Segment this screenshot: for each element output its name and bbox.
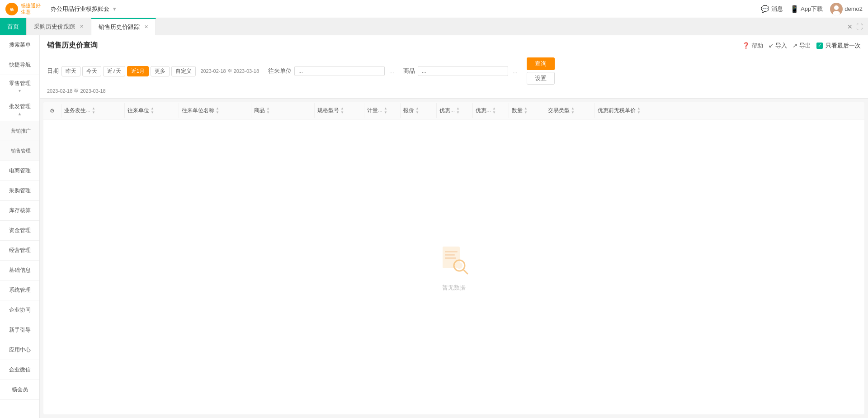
marketing-label: 营销推广 bbox=[11, 128, 31, 134]
sales-mgmt-label: 销售管理 bbox=[11, 147, 31, 154]
th-unit-sort-icon: ▲▼ bbox=[384, 107, 387, 114]
date-btn-yesterday[interactable]: 昨天 bbox=[61, 66, 80, 76]
sidebar-item-sales-mgmt[interactable]: 销售管理 bbox=[0, 141, 39, 161]
sidebar-item-new-user-guide[interactable]: 新手引导 bbox=[0, 320, 39, 340]
top-bar-left: 畅 畅捷通好生意 办公用品行业模拟账套 ▾ bbox=[5, 3, 116, 15]
tab-bar: 首页 采购历史价跟踪 ✕ 销售历史价跟踪 ✕ ✕ ⛶ bbox=[0, 18, 868, 35]
sidebar-item-inventory[interactable]: 库存核算 bbox=[0, 201, 39, 221]
th-discount1[interactable]: 优惠... ▲▼ bbox=[437, 103, 473, 118]
th-qty-sort-icon: ▲▼ bbox=[524, 107, 528, 114]
th-price-sort-icon: ▲▼ bbox=[415, 107, 419, 114]
empty-state-illustration bbox=[436, 242, 472, 278]
tab-purchase-history[interactable]: 采购历史价跟踪 ✕ bbox=[27, 18, 91, 35]
th-trade-type-sort-icon: ▲▼ bbox=[571, 107, 575, 114]
logo-text: 畅捷通好生意 bbox=[21, 3, 43, 14]
th-unit[interactable]: 计量... ▲▼ bbox=[364, 103, 401, 118]
close-purchase-history-icon[interactable]: ✕ bbox=[80, 24, 84, 29]
partner-filter-input[interactable] bbox=[294, 66, 385, 76]
new-user-guide-label: 新手引导 bbox=[9, 326, 31, 334]
sidebar-item-vip-member[interactable]: 畅会员 bbox=[0, 380, 39, 400]
purchase-history-tab-label: 采购历史价跟踪 bbox=[34, 23, 75, 31]
date-btn-custom[interactable]: 自定义 bbox=[171, 66, 196, 76]
sidebar-item-retail-mgmt[interactable]: 零售管理 ▾ bbox=[0, 75, 39, 98]
th-product[interactable]: 商品 ▲▼ bbox=[251, 103, 315, 118]
sidebar-item-marketing[interactable]: 营销推广 bbox=[0, 121, 39, 141]
only-last-checkbox-icon: ✓ bbox=[816, 43, 823, 49]
svg-line-11 bbox=[463, 270, 467, 274]
th-date-sort-icon: ▲▼ bbox=[92, 107, 95, 114]
th-pretax-price-sort-icon: ▲▼ bbox=[637, 107, 641, 114]
table-header: ⚙ 业务发生... ▲▼ 往来单位 ▲▼ 往来单位名称 ▲▼ 商品 ▲▼ bbox=[43, 102, 864, 119]
th-discount2-sort-icon: ▲▼ bbox=[492, 107, 496, 114]
sidebar-item-enterprise-collab[interactable]: 企业协同 bbox=[0, 300, 39, 320]
help-icon: ❓ bbox=[742, 42, 750, 49]
wholesale-mgmt-label: 批发管理 bbox=[9, 103, 31, 110]
content-area: 销售历史价查询 ❓ 帮助 ↙ 导入 ↗ 导出 ✓ bbox=[40, 35, 868, 418]
query-button[interactable]: 查询 bbox=[527, 57, 555, 70]
partner-filter-label: 往来单位 bbox=[268, 67, 292, 75]
th-partner-id[interactable]: 往来单位 ▲▼ bbox=[125, 103, 179, 118]
vip-member-label: 畅会员 bbox=[12, 386, 28, 394]
sidebar-item-system-mgmt[interactable]: 系统管理 bbox=[0, 280, 39, 300]
partner-dots-icon: ... bbox=[389, 68, 394, 75]
finance-mgmt-label: 资金管理 bbox=[9, 227, 31, 234]
product-filter-group: 商品 ... bbox=[403, 66, 518, 76]
enterprise-collab-label: 企业协同 bbox=[9, 306, 31, 314]
app-download-btn[interactable]: 📱 App下载 bbox=[790, 5, 823, 13]
sidebar-item-enterprise-wechat[interactable]: 企业微信 bbox=[0, 360, 39, 380]
import-btn[interactable]: ↙ 导入 bbox=[769, 42, 787, 50]
sidebar-item-business-mgmt[interactable]: 经营管理 bbox=[0, 241, 39, 261]
message-btn[interactable]: 💬 消息 bbox=[761, 5, 783, 13]
th-trade-type[interactable]: 交易类型 ▲▼ bbox=[545, 103, 595, 118]
sidebar-item-app-center[interactable]: 应用中心 bbox=[0, 340, 39, 360]
user-avatar-area[interactable]: demo2 bbox=[830, 3, 863, 15]
settings-button[interactable]: 设置 bbox=[527, 72, 555, 85]
close-window-icon[interactable]: ✕ bbox=[847, 23, 853, 30]
logo-area: 畅 畅捷通好生意 bbox=[5, 3, 43, 15]
th-spec[interactable]: 规格型号 ▲▼ bbox=[315, 103, 364, 118]
sidebar-item-basic-info[interactable]: 基础信息 bbox=[0, 261, 39, 280]
top-bar-right: 💬 消息 📱 App下载 demo2 bbox=[761, 3, 863, 15]
purchase-mgmt-label: 采购管理 bbox=[9, 187, 31, 195]
quick-nav-label: 快捷导航 bbox=[9, 61, 31, 69]
tab-sales-history[interactable]: 销售历史价跟踪 ✕ bbox=[91, 18, 156, 35]
sidebar-item-finance-mgmt[interactable]: 资金管理 bbox=[0, 221, 39, 241]
help-btn[interactable]: ❓ 帮助 bbox=[742, 42, 763, 50]
search-menu-label: 搜索菜单 bbox=[9, 41, 31, 49]
date-btn-last7[interactable]: 近7天 bbox=[103, 66, 125, 76]
th-discount2[interactable]: 优惠... ▲▼ bbox=[473, 103, 509, 118]
only-last-once-area[interactable]: ✓ 只看最后一次 bbox=[816, 42, 861, 50]
sidebar-item-wholesale-mgmt[interactable]: 批发管理 ▲ bbox=[0, 98, 39, 121]
sidebar-item-quick-nav[interactable]: 快捷导航 bbox=[0, 55, 39, 75]
maximize-icon[interactable]: ⛶ bbox=[856, 23, 863, 30]
th-pretax-price[interactable]: 优惠前无税单价 ▲▼ bbox=[595, 103, 864, 118]
th-settings[interactable]: ⚙ bbox=[43, 104, 61, 118]
svg-rect-7 bbox=[445, 254, 455, 256]
sidebar-item-search-menu[interactable]: 搜索菜单 bbox=[0, 35, 39, 55]
avatar bbox=[830, 3, 843, 15]
date-filter-group: 日期 昨天 今天 近7天 近1月 更多 自定义 2023-02-18 至 202… bbox=[47, 66, 259, 76]
svg-text:畅: 畅 bbox=[10, 8, 14, 12]
tab-home[interactable]: 首页 bbox=[0, 18, 27, 35]
th-spec-sort-icon: ▲▼ bbox=[340, 107, 344, 114]
th-date[interactable]: 业务发生... ▲▼ bbox=[61, 103, 125, 118]
sales-history-tab-label: 销售历史价跟踪 bbox=[99, 23, 140, 31]
sidebar-item-purchase-mgmt[interactable]: 采购管理 bbox=[0, 181, 39, 201]
tab-bar-actions: ✕ ⛶ bbox=[847, 23, 868, 30]
date-btn-more[interactable]: 更多 bbox=[151, 66, 170, 76]
date-btn-last1m[interactable]: 近1月 bbox=[127, 66, 149, 76]
close-sales-history-icon[interactable]: ✕ bbox=[144, 24, 148, 30]
filter-row: 日期 昨天 今天 近7天 近1月 更多 自定义 2023-02-18 至 202… bbox=[47, 55, 861, 86]
logo-icon: 畅 bbox=[5, 3, 18, 15]
th-price[interactable]: 报价 ▲▼ bbox=[401, 103, 437, 118]
th-partner-id-sort-icon: ▲▼ bbox=[151, 107, 154, 114]
system-title[interactable]: 办公用品行业模拟账套 ▾ bbox=[51, 5, 116, 13]
ecommerce-mgmt-label: 电商管理 bbox=[9, 167, 31, 175]
wholesale-mgmt-arrow-icon: ▲ bbox=[18, 111, 22, 116]
sidebar-item-ecommerce-mgmt[interactable]: 电商管理 bbox=[0, 161, 39, 181]
th-partner-name[interactable]: 往来单位名称 ▲▼ bbox=[179, 103, 251, 118]
product-filter-input[interactable] bbox=[418, 66, 508, 76]
th-qty[interactable]: 数量 ▲▼ bbox=[509, 103, 545, 118]
export-btn[interactable]: ↗ 导出 bbox=[793, 42, 811, 50]
date-btn-today[interactable]: 今天 bbox=[82, 66, 101, 76]
